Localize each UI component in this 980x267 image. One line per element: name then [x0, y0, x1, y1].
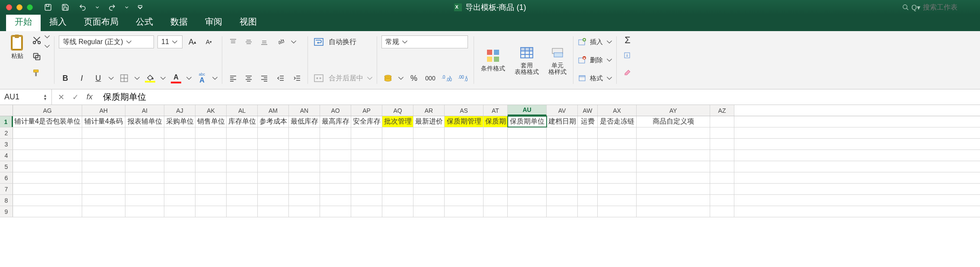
- cell-AS4[interactable]: [445, 150, 484, 161]
- cell-AT9[interactable]: [484, 206, 508, 217]
- cell-AT3[interactable]: [484, 139, 508, 149]
- wrap-text-button[interactable]: [312, 35, 325, 48]
- fill-down-button[interactable]: [621, 49, 634, 62]
- align-left-button[interactable]: [227, 72, 240, 85]
- column-header-AK[interactable]: AK: [195, 105, 227, 116]
- cell-AS9[interactable]: [445, 206, 484, 217]
- cell-AG4[interactable]: [13, 150, 82, 161]
- cell-AO1[interactable]: 最高库存: [320, 116, 351, 127]
- cell-AR9[interactable]: [413, 206, 445, 217]
- tab-页面布局[interactable]: 页面布局: [75, 13, 127, 31]
- column-header-AL[interactable]: AL: [227, 105, 258, 116]
- cell-AN2[interactable]: [289, 127, 320, 138]
- cell-AY7[interactable]: [637, 184, 710, 194]
- cell-AM7[interactable]: [258, 184, 289, 194]
- cell-AP5[interactable]: [351, 161, 382, 172]
- column-header-AV[interactable]: AV: [547, 105, 578, 116]
- cell-AZ7[interactable]: [710, 184, 734, 194]
- cell-AH4[interactable]: [82, 150, 125, 161]
- comma-button[interactable]: 000: [424, 72, 437, 85]
- cell-AJ5[interactable]: [164, 161, 195, 172]
- cell-AP9[interactable]: [351, 206, 382, 217]
- cell-AW1[interactable]: 运费: [578, 116, 598, 127]
- cell-AL4[interactable]: [227, 150, 258, 161]
- cell-AR8[interactable]: [413, 195, 445, 206]
- accept-formula-icon[interactable]: ✓: [72, 92, 79, 102]
- column-header-AP[interactable]: AP: [351, 105, 382, 116]
- cell-AO3[interactable]: [320, 139, 351, 149]
- cell-AX5[interactable]: [598, 161, 637, 172]
- select-all-corner[interactable]: [0, 105, 13, 116]
- column-header-AY[interactable]: AY: [637, 105, 710, 116]
- cell-AP6[interactable]: [351, 172, 382, 183]
- close-window-button[interactable]: [6, 4, 12, 10]
- cell-AK6[interactable]: [195, 172, 227, 183]
- cell-AY5[interactable]: [637, 161, 710, 172]
- cell-AZ2[interactable]: [710, 127, 734, 138]
- align-right-button[interactable]: [258, 72, 271, 85]
- cell-AZ1[interactable]: [710, 116, 734, 127]
- align-top-button[interactable]: [227, 35, 240, 48]
- column-header-AN[interactable]: AN: [289, 105, 320, 116]
- redo-dropdown-icon[interactable]: [125, 3, 129, 12]
- cell-AM4[interactable]: [258, 150, 289, 161]
- cell-AH8[interactable]: [82, 195, 125, 206]
- increase-font-button[interactable]: A▴: [186, 35, 199, 48]
- merge-center-button[interactable]: [312, 72, 325, 85]
- cell-AV9[interactable]: [547, 206, 578, 217]
- cell-AQ6[interactable]: [382, 172, 413, 183]
- cell-AR4[interactable]: [413, 150, 445, 161]
- cell-AK7[interactable]: [195, 184, 227, 194]
- cell-AU1[interactable]: 保质期单位: [508, 116, 547, 127]
- cell-AR2[interactable]: [413, 127, 445, 138]
- cell-AS2[interactable]: [445, 127, 484, 138]
- cell-AV5[interactable]: [547, 161, 578, 172]
- cell-AS8[interactable]: [445, 195, 484, 206]
- cell-AY4[interactable]: [637, 150, 710, 161]
- save-icon[interactable]: [61, 3, 70, 12]
- copy-dropdown-icon[interactable]: [44, 43, 50, 49]
- tab-数据[interactable]: 数据: [162, 13, 196, 31]
- cell-AU7[interactable]: [508, 184, 547, 194]
- decrease-font-button[interactable]: A▾: [202, 35, 215, 48]
- cell-AT6[interactable]: [484, 172, 508, 183]
- customize-qat-icon[interactable]: [137, 3, 144, 12]
- cell-AX8[interactable]: [598, 195, 637, 206]
- cell-AG7[interactable]: [13, 184, 82, 194]
- cell-AU2[interactable]: [508, 127, 547, 138]
- cut-button[interactable]: [30, 34, 43, 47]
- cell-AY3[interactable]: [637, 139, 710, 149]
- cell-AG3[interactable]: [13, 139, 82, 149]
- cell-AI5[interactable]: [125, 161, 164, 172]
- column-header-AH[interactable]: AH: [82, 105, 125, 116]
- cell-AT7[interactable]: [484, 184, 508, 194]
- cell-AW9[interactable]: [578, 206, 598, 217]
- cell-AH6[interactable]: [82, 172, 125, 183]
- autosum-button[interactable]: Σ: [621, 34, 634, 47]
- fill-dd-icon[interactable]: [160, 75, 166, 81]
- format-cells-button[interactable]: 格式: [578, 70, 612, 86]
- cell-AQ7[interactable]: [382, 184, 413, 194]
- minimize-window-button[interactable]: [16, 4, 22, 10]
- cell-AM3[interactable]: [258, 139, 289, 149]
- cell-AP2[interactable]: [351, 127, 382, 138]
- cell-AR7[interactable]: [413, 184, 445, 194]
- cell-AH7[interactable]: [82, 184, 125, 194]
- cell-AI3[interactable]: [125, 139, 164, 149]
- cell-AX7[interactable]: [598, 184, 637, 194]
- cell-AM5[interactable]: [258, 161, 289, 172]
- percent-button[interactable]: %: [407, 72, 420, 85]
- cell-AU8[interactable]: [508, 195, 547, 206]
- number-format-select[interactable]: 常规: [381, 35, 468, 48]
- cell-AZ3[interactable]: [710, 139, 734, 149]
- currency-button[interactable]: [381, 72, 394, 85]
- cell-AV7[interactable]: [547, 184, 578, 194]
- cell-AI7[interactable]: [125, 184, 164, 194]
- cell-AX9[interactable]: [598, 206, 637, 217]
- cell-AM6[interactable]: [258, 172, 289, 183]
- cell-AQ3[interactable]: [382, 139, 413, 149]
- cell-AY6[interactable]: [637, 172, 710, 183]
- cell-AZ9[interactable]: [710, 206, 734, 217]
- cell-AX3[interactable]: [598, 139, 637, 149]
- cell-AX2[interactable]: [598, 127, 637, 138]
